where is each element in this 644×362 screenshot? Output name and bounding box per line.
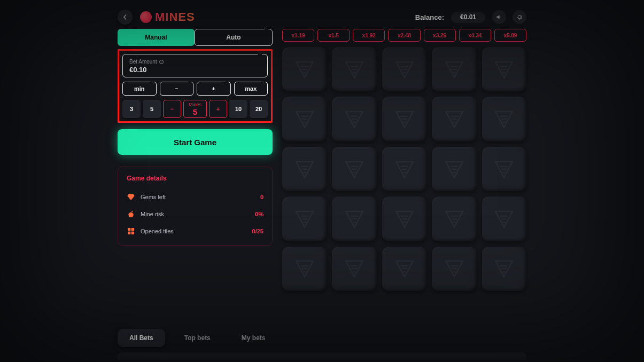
tile-logo-icon — [343, 257, 366, 280]
tile-logo-icon — [293, 158, 316, 180]
mines-preset-3[interactable]: 3 — [122, 100, 141, 118]
multiplier-chip-4[interactable]: x3.26 — [424, 29, 456, 42]
tile-logo-icon — [493, 158, 515, 180]
bet-amount-label: Bet Amounti — [129, 59, 261, 65]
svg-rect-4 — [131, 232, 134, 234]
tile-logo-icon — [493, 257, 515, 280]
balance-label: Balance: — [415, 13, 444, 21]
bet-amount-value: €0.10 — [129, 66, 261, 74]
detail-gems-left: Gems left 0 — [127, 188, 263, 206]
game-tile-8[interactable] — [432, 97, 476, 141]
game-tile-19[interactable] — [482, 196, 526, 241]
settings-button[interactable] — [513, 10, 526, 24]
tile-logo-icon — [293, 108, 316, 130]
game-tile-22[interactable] — [382, 247, 426, 291]
game-tile-2[interactable] — [382, 47, 426, 91]
bets-list-container — [118, 352, 526, 360]
tile-logo-icon — [393, 208, 416, 230]
game-tile-16[interactable] — [332, 196, 376, 241]
game-tile-3[interactable] — [432, 47, 476, 91]
game-tile-17[interactable] — [382, 196, 426, 241]
game-details-title: Game details — [127, 175, 263, 182]
mines-decrease-button[interactable]: − — [163, 100, 181, 118]
bet-max-button[interactable]: max — [234, 82, 268, 96]
tab-manual[interactable]: Manual — [118, 29, 195, 46]
bet-increase-button[interactable]: + — [197, 82, 231, 96]
game-tile-18[interactable] — [432, 196, 476, 241]
info-icon: i — [159, 60, 164, 64]
svg-rect-2 — [131, 228, 134, 231]
tiles-icon — [127, 227, 135, 235]
svg-point-0 — [128, 213, 133, 217]
sound-button[interactable] — [492, 10, 506, 24]
tile-logo-icon — [393, 58, 416, 81]
tile-logo-icon — [443, 257, 465, 280]
game-tile-24[interactable] — [482, 247, 526, 291]
tile-logo-icon — [343, 108, 366, 130]
mines-preset-20[interactable]: 20 — [250, 100, 268, 118]
game-tile-14[interactable] — [482, 147, 526, 191]
mines-value: 5 — [193, 107, 197, 116]
game-tile-23[interactable] — [432, 247, 476, 291]
bet-decrease-button[interactable]: − — [160, 82, 194, 96]
tab-auto[interactable]: Auto — [195, 29, 273, 46]
svg-rect-3 — [128, 232, 130, 234]
detail-mine-risk: Mine risk 0% — [127, 206, 263, 223]
multiplier-chip-3[interactable]: x2.48 — [388, 29, 420, 42]
gear-icon — [516, 13, 523, 21]
game-tile-7[interactable] — [382, 97, 426, 141]
mines-label: Mines — [189, 102, 201, 107]
game-tile-12[interactable] — [382, 147, 426, 191]
game-tile-10[interactable] — [282, 147, 327, 191]
game-tile-4[interactable] — [482, 47, 526, 91]
tile-logo-icon — [493, 108, 515, 130]
detail-opened-tiles: Opened tiles 0/25 — [127, 223, 263, 240]
svg-rect-1 — [128, 228, 130, 231]
game-tile-5[interactable] — [282, 97, 327, 141]
game-tile-20[interactable] — [282, 247, 327, 291]
game-tile-15[interactable] — [282, 196, 327, 241]
balance-value: €0.01 — [451, 11, 486, 23]
multiplier-chip-1[interactable]: x1.5 — [317, 29, 350, 42]
tile-logo-icon — [393, 158, 416, 180]
game-tile-9[interactable] — [482, 97, 526, 141]
mine-icon — [127, 210, 135, 218]
tile-logo-icon — [293, 58, 316, 81]
multiplier-chip-0[interactable]: x1.19 — [282, 29, 314, 42]
tile-logo-icon — [343, 208, 366, 230]
multiplier-chip-2[interactable]: x1.92 — [353, 29, 385, 42]
bet-controls-highlight: Bet Amounti €0.10 min − + max 3 5 − Mine… — [118, 49, 273, 123]
tile-logo-icon — [343, 58, 366, 81]
tile-logo-icon — [393, 257, 416, 280]
tile-logo-icon — [443, 108, 465, 130]
gem-icon — [127, 193, 135, 201]
mines-preset-10[interactable]: 10 — [229, 100, 247, 118]
mines-increase-button[interactable]: + — [209, 100, 227, 118]
tile-logo-icon — [493, 58, 515, 81]
bet-amount-field[interactable]: Bet Amounti €0.10 — [122, 54, 268, 77]
game-tile-13[interactable] — [432, 147, 476, 191]
game-tile-6[interactable] — [332, 97, 376, 141]
tab-top-bets[interactable]: Top bets — [173, 329, 222, 347]
chevron-left-icon — [122, 14, 128, 20]
game-logo: MINES — [140, 10, 195, 24]
tab-all-bets[interactable]: All Bets — [118, 329, 165, 347]
tile-logo-icon — [393, 108, 416, 130]
mines-preset-5[interactable]: 5 — [143, 100, 161, 118]
tile-logo-icon — [293, 257, 316, 280]
tile-logo-icon — [293, 208, 316, 230]
game-tile-21[interactable] — [332, 247, 376, 291]
back-button[interactable] — [118, 10, 133, 25]
bet-min-button[interactable]: min — [122, 82, 157, 96]
multiplier-chip-6[interactable]: x5.89 — [494, 29, 526, 42]
game-tile-1[interactable] — [332, 47, 376, 91]
game-details-panel: Game details Gems left 0 Mine risk 0% Op… — [118, 167, 273, 246]
tab-my-bets[interactable]: My bets — [230, 329, 277, 347]
mines-count-display: Mines 5 — [183, 100, 207, 118]
start-game-button[interactable]: Start Game — [118, 129, 273, 155]
game-tile-11[interactable] — [332, 147, 376, 191]
multiplier-chip-5[interactable]: x4.34 — [459, 29, 491, 42]
tile-logo-icon — [493, 208, 515, 230]
volume-icon — [495, 13, 503, 21]
game-tile-0[interactable] — [282, 47, 327, 91]
